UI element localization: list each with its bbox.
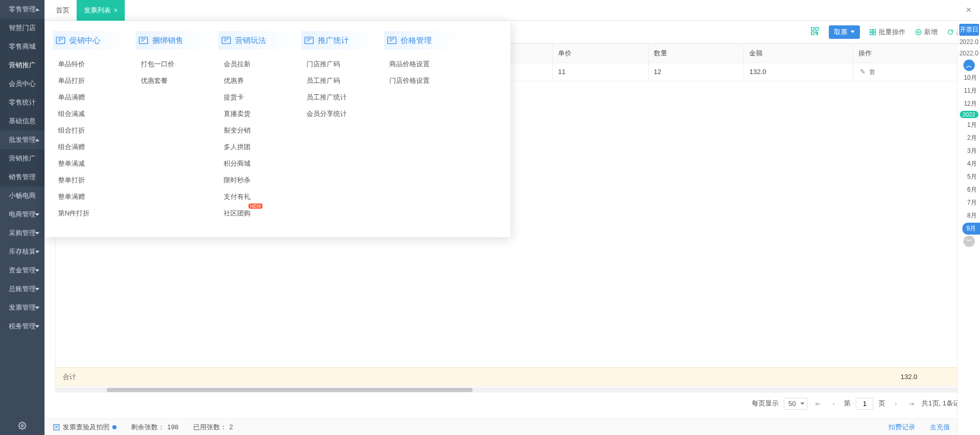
mega-menu-item[interactable]: 单品特价 bbox=[53, 56, 128, 72]
page-input[interactable] bbox=[856, 398, 873, 410]
scroll-up-icon[interactable]: ︽ bbox=[963, 60, 975, 71]
close-icon[interactable]: × bbox=[114, 7, 118, 14]
mega-menu-item[interactable]: 组合打折 bbox=[53, 122, 128, 139]
edit-icon[interactable]: ✎ bbox=[860, 68, 866, 76]
mega-menu-item[interactable]: 社区团购NEW bbox=[218, 205, 294, 222]
total-row: 合计 132.0 bbox=[55, 367, 969, 386]
timeline-month[interactable]: 8月 bbox=[958, 210, 980, 222]
mega-menu-item[interactable]: 打包一口价 bbox=[136, 56, 211, 72]
sidebar-item[interactable]: 小畅电商 bbox=[0, 186, 45, 205]
mega-menu-item[interactable]: 门店推广码 bbox=[301, 56, 377, 72]
mega-menu-item[interactable]: 组合满赠 bbox=[53, 139, 128, 155]
mega-menu-item[interactable]: 商品价格设置 bbox=[384, 56, 460, 72]
timeline-month[interactable]: 6月 bbox=[958, 184, 980, 196]
sidebar-item[interactable]: 税务管理 bbox=[0, 317, 45, 336]
sidebar-subitem[interactable]: 智慧门店 bbox=[0, 19, 45, 37]
mega-menu-column: 捆绑销售打包一口价优惠套餐 bbox=[133, 31, 214, 222]
batch-action-button[interactable]: 批量操作 bbox=[869, 27, 905, 37]
timeline-date[interactable]: 2022.0 bbox=[958, 37, 980, 47]
invoice-date-button[interactable]: 开票日 bbox=[959, 24, 979, 36]
timeline-month[interactable]: 4月 bbox=[958, 158, 980, 170]
timeline-month[interactable]: 5月 bbox=[958, 171, 980, 183]
mega-menu-item[interactable]: 直播卖货 bbox=[218, 106, 294, 122]
new-badge: NEW bbox=[248, 204, 262, 209]
timeline-date[interactable]: 2022.0 bbox=[958, 48, 980, 59]
add-button[interactable]: 新增 bbox=[915, 27, 938, 37]
mega-menu-item[interactable]: 会员分享统计 bbox=[301, 106, 377, 122]
table-header: 金额 bbox=[744, 44, 853, 63]
svg-rect-1 bbox=[811, 27, 814, 30]
per-page-select[interactable]: 50 bbox=[784, 398, 808, 410]
deduction-record-link[interactable]: 扣费记录 bbox=[888, 423, 915, 432]
sidebar-item[interactable]: 库存核算 bbox=[0, 242, 45, 261]
sidebar-item[interactable]: 零售管理 bbox=[0, 0, 45, 19]
first-page-button[interactable]: ⇤ bbox=[813, 400, 823, 408]
cell-qty: 12 bbox=[648, 63, 744, 81]
mega-menu-column: 营销玩法会员拉新优惠券提货卡直播卖货裂变分销多人拼团积分商城限时秒杀支付有礼社区… bbox=[215, 31, 297, 222]
sidebar-item[interactable]: 总账管理 bbox=[0, 280, 45, 298]
mega-menu-item[interactable]: 支付有礼 bbox=[218, 189, 294, 205]
mega-menu-item[interactable]: 积分商城 bbox=[218, 155, 294, 172]
qr-icon[interactable] bbox=[810, 26, 820, 37]
svg-rect-3 bbox=[811, 32, 814, 35]
svg-rect-13 bbox=[388, 37, 397, 44]
mega-menu-item[interactable]: 提货卡 bbox=[218, 89, 294, 106]
mega-menu-item[interactable]: 整单打折 bbox=[53, 172, 128, 189]
status-bar: 发票查验及拍照 剩余张数： 198 已用张数： 2 扣费记录 去充值 × bbox=[45, 418, 980, 435]
sidebar-item[interactable]: 电商管理 bbox=[0, 205, 45, 224]
sidebar-subitem[interactable]: 零售统计 bbox=[0, 93, 45, 112]
svg-rect-14 bbox=[54, 424, 60, 430]
last-page-button[interactable]: ⇥ bbox=[906, 400, 916, 408]
sidebar-item[interactable]: 采购管理 bbox=[0, 224, 45, 242]
mega-menu-item[interactable]: 优惠券 bbox=[218, 72, 294, 89]
mega-menu-item[interactable]: 会员拉新 bbox=[218, 56, 294, 72]
tab[interactable]: 首页 bbox=[49, 0, 77, 21]
mega-menu-item[interactable]: 门店价格设置 bbox=[384, 72, 460, 89]
mega-menu-item[interactable]: 员工推广统计 bbox=[301, 89, 377, 106]
used-count: 已用张数： 2 bbox=[193, 423, 233, 432]
scroll-down-icon[interactable]: ︾ bbox=[963, 236, 975, 247]
timeline-month[interactable]: 2月 bbox=[958, 132, 980, 144]
recharge-link[interactable]: 去充值 bbox=[930, 423, 950, 432]
sidebar-item[interactable]: 资金管理 bbox=[0, 261, 45, 280]
delete-icon[interactable]: 🗑 bbox=[869, 68, 875, 76]
mega-menu-item[interactable]: 第N件打折 bbox=[53, 205, 128, 222]
mega-menu-item[interactable]: 单品满赠 bbox=[53, 89, 128, 106]
prev-page-button[interactable]: ‹ bbox=[828, 400, 839, 408]
sidebar-subitem[interactable]: 会员中心 bbox=[0, 75, 45, 93]
mega-menu-item[interactable]: 单品打折 bbox=[53, 72, 128, 89]
mega-menu-item[interactable]: 裂变分销 bbox=[218, 122, 294, 139]
mega-menu: 促销中心单品特价单品打折单品满赠组合满减组合打折组合满赠整单满减整单打折整单满赠… bbox=[45, 21, 510, 237]
mega-menu-item[interactable]: 组合满减 bbox=[53, 106, 128, 122]
mega-menu-item[interactable]: 员工推广码 bbox=[301, 72, 377, 89]
timeline-month[interactable]: 10月 bbox=[958, 72, 980, 84]
mega-menu-item[interactable]: 优惠套餐 bbox=[136, 72, 211, 89]
mega-menu-item[interactable]: 整单满减 bbox=[53, 155, 128, 172]
mega-menu-heading: 促销中心 bbox=[53, 31, 128, 50]
timeline-month[interactable]: 7月 bbox=[958, 197, 980, 209]
invoice-check-link[interactable]: 发票查验及拍照 bbox=[53, 423, 116, 432]
tab[interactable]: 发票列表× bbox=[77, 0, 125, 21]
sidebar-subitem[interactable]: 营销推广 bbox=[0, 56, 45, 75]
mega-menu-item[interactable]: 多人拼团 bbox=[218, 139, 294, 155]
year-badge: 2022 bbox=[960, 111, 978, 118]
timeline-month[interactable]: 12月 bbox=[958, 98, 980, 110]
sidebar-subitem[interactable]: 销售管理 bbox=[0, 168, 45, 186]
mega-menu-item[interactable]: 限时秒杀 bbox=[218, 172, 294, 189]
fetch-invoice-button[interactable]: 取票 bbox=[829, 25, 860, 39]
sidebar-subitem[interactable]: 零售商城 bbox=[0, 37, 45, 56]
sidebar-subitem[interactable]: 营销推广 bbox=[0, 149, 45, 168]
next-page-button[interactable]: › bbox=[890, 400, 901, 408]
sidebar-item[interactable]: 批发管理 bbox=[0, 130, 45, 149]
timeline-month[interactable]: 11月 bbox=[958, 85, 980, 97]
settings-button[interactable] bbox=[0, 416, 45, 435]
sidebar-subitem[interactable]: 基础信息 bbox=[0, 112, 45, 130]
mega-menu-item[interactable]: 整单满赠 bbox=[53, 189, 128, 205]
timeline-month[interactable]: 1月 bbox=[958, 119, 980, 131]
sidebar-item[interactable]: 发票管理 bbox=[0, 298, 45, 317]
close-icon[interactable]: × bbox=[961, 5, 976, 16]
horizontal-scrollbar[interactable] bbox=[55, 387, 970, 393]
timeline-month[interactable]: 3月 bbox=[958, 145, 980, 157]
date-timeline-panel: 开票日2022.02022.0︽10月11月12月20221月2月3月4月5月6… bbox=[957, 21, 980, 435]
timeline-month[interactable]: 9月 bbox=[962, 223, 980, 235]
